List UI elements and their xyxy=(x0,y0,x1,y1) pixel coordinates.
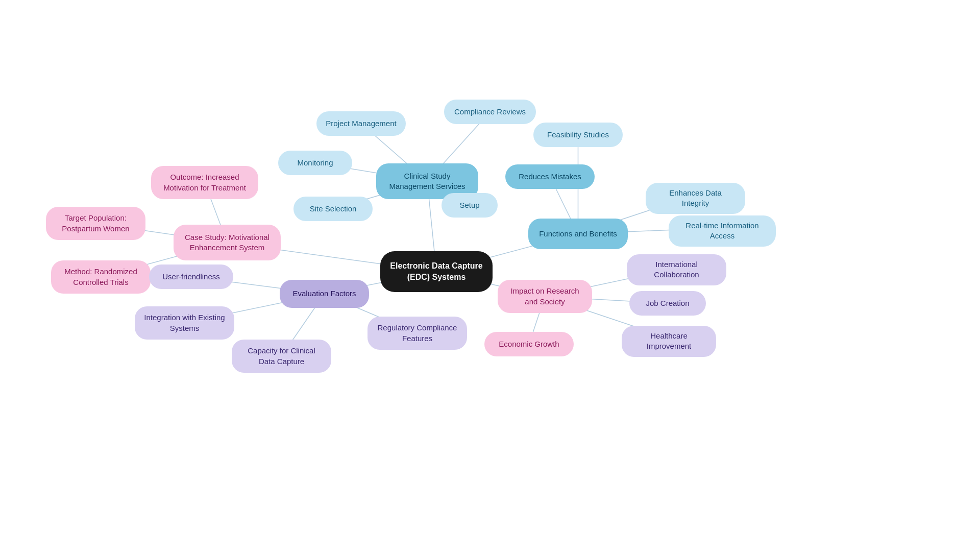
node-reduces-mistakes: Reduces Mistakes xyxy=(505,164,595,189)
node-evaluation-factors: Evaluation Factors xyxy=(280,280,369,308)
node-functions-benefits: Functions and Benefits xyxy=(528,219,628,249)
node-compliance-reviews: Compliance Reviews xyxy=(444,100,536,124)
node-capacity: Capacity for Clinical Data Capture xyxy=(232,340,331,373)
node-setup: Setup xyxy=(442,193,498,218)
node-target-population: Target Population: Postpartum Women xyxy=(46,207,145,240)
node-job-creation: Job Creation xyxy=(629,291,706,316)
node-monitoring: Monitoring xyxy=(278,151,352,175)
node-site-selection: Site Selection xyxy=(293,197,373,221)
node-economic-growth: Economic Growth xyxy=(484,332,574,356)
node-healthcare: Healthcare Improvement xyxy=(622,326,716,357)
node-project-management: Project Management xyxy=(316,111,406,136)
node-realtime-info: Real-time Information Access xyxy=(669,215,776,247)
center-node: Electronic Data Capture (EDC) Systems xyxy=(380,251,493,292)
node-case-study: Case Study: Motivational Enhancement Sys… xyxy=(174,225,281,260)
node-integration: Integration with Existing Systems xyxy=(135,306,234,340)
node-impact-society: Impact on Research and Society xyxy=(498,280,592,313)
node-method: Method: Randomized Controlled Trials xyxy=(51,260,151,294)
node-outcome: Outcome: Increased Motivation for Treatm… xyxy=(151,166,258,199)
node-enhances-integrity: Enhances Data Integrity xyxy=(646,183,745,214)
node-international: International Collaboration xyxy=(627,254,726,285)
node-feasibility-studies: Feasibility Studies xyxy=(533,123,623,147)
node-user-friendliness: User-friendliness xyxy=(149,265,233,289)
node-regulatory: Regulatory Compliance Features xyxy=(368,317,467,350)
